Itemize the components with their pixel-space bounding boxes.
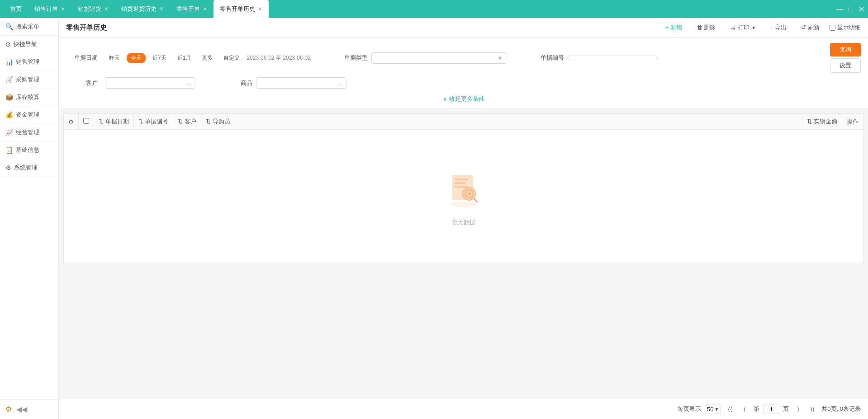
collapse-row[interactable]: ∧ 收起更多条件 (66, 93, 861, 103)
tab-sales-order-close[interactable]: ✕ (61, 6, 65, 12)
col-amount-sort-icon[interactable]: ⇅ (807, 118, 812, 125)
last-page-button[interactable]: ⟩⟩ (807, 404, 818, 414)
table-body: 暂无数据 (64, 130, 863, 263)
minimize-icon[interactable]: — (836, 5, 843, 13)
sidebar-item-operations[interactable]: 📈 经营管理 (0, 124, 58, 141)
tab-retail-open-history[interactable]: 零售开单历史 ✕ (213, 0, 269, 18)
sidebar-item-quick-nav[interactable]: ⊙ 快捷导航 (0, 36, 58, 53)
system-icon: ⚙ (5, 164, 11, 171)
settings-gear-icon[interactable]: ⚙ (5, 405, 12, 414)
maximize-icon[interactable]: □ (849, 5, 853, 13)
add-button[interactable]: + 新增 (661, 22, 687, 33)
tab-retail-open-history-close[interactable]: ✕ (258, 6, 262, 12)
sidebar-item-quick-nav-label: 快捷导航 (14, 40, 37, 48)
tab-retail-open-history-label: 零售开单历史 (220, 5, 255, 13)
search-row-2: 客户 ... 商品 ... (66, 77, 861, 89)
refresh-button[interactable]: ↺ 刷新 (797, 22, 824, 33)
empty-icon (441, 166, 486, 211)
sidebar-search[interactable]: 🔍 搜索采单 (0, 18, 58, 36)
page-size-value: 50 (707, 406, 713, 413)
add-button-label: + 新增 (665, 24, 682, 32)
sidebar-item-sales-mgmt[interactable]: 📊 销售管理 (0, 53, 58, 71)
col-salesperson-sort-icon[interactable]: ⇅ (206, 118, 211, 125)
col-checkbox[interactable] (79, 114, 94, 130)
sidebar-item-finance[interactable]: 💰 资金管理 (0, 106, 58, 124)
query-button[interactable]: 查询 (830, 43, 861, 56)
tab-sales-order[interactable]: 销售订单 ✕ (28, 0, 71, 18)
date-btn-today[interactable]: 今天 (127, 53, 146, 63)
col-number-sort-icon[interactable]: ⇅ (138, 118, 143, 125)
number-label: 单据编号 (532, 54, 564, 62)
col-customer-label: 客户 (185, 118, 196, 125)
sales-mgmt-icon: 📊 (5, 58, 13, 66)
col-amount: ⇅ 实销金额 (802, 114, 842, 130)
export-button-label: ↑ 导出 (770, 24, 787, 32)
date-btn-7days[interactable]: 近7天 (148, 53, 171, 63)
svg-point-0 (450, 202, 477, 207)
select-all-checkbox[interactable] (83, 118, 89, 124)
action-buttons: 查询 设置 (830, 43, 861, 73)
finance-icon: 💰 (5, 111, 13, 118)
tab-sales-return-history-close[interactable]: ✕ (159, 6, 164, 12)
date-btn-custom[interactable]: 自定义 (219, 53, 244, 63)
display-detail-checkbox-label[interactable]: 显示明细 (830, 24, 861, 32)
col-action: 操作 (842, 114, 863, 130)
number-filter: 单据编号 (532, 54, 658, 62)
sidebar-item-system[interactable]: ⚙ 系统管理 (0, 159, 58, 177)
svg-line-6 (474, 198, 477, 202)
sidebar-item-basic-info[interactable]: 📋 基础信息 (0, 141, 58, 159)
col-customer: ⇅ 客户 (173, 114, 201, 130)
date-btn-yesterday[interactable]: 昨天 (105, 53, 124, 63)
first-page-button[interactable]: ⟨⟨ (725, 404, 735, 414)
col-settings[interactable]: ⚙ (64, 114, 79, 130)
delete-button[interactable]: 🗑 删除 (692, 22, 721, 33)
type-select[interactable]: ▼ (371, 52, 507, 64)
number-input[interactable] (568, 56, 658, 60)
tab-bar: 首页 销售订单 ✕ 销货退货 ✕ 销货退货历史 ✕ 零售开单 ✕ 零售开单历史 … (0, 0, 868, 18)
tab-sales-return[interactable]: 销货退货 ✕ (71, 0, 115, 18)
next-page-button[interactable]: ⟩ (792, 404, 803, 414)
page-size-select[interactable]: 50 ▼ (705, 405, 721, 414)
date-range: 2023-06-02 至 2023-06-02 (247, 54, 310, 62)
export-button[interactable]: ↑ 导出 (766, 22, 791, 33)
table-header: ⚙ ⇅ 单据日期 ⇅ 单据编号 ⇅ (64, 114, 863, 130)
page-number-input[interactable] (763, 405, 779, 414)
tab-sales-return-close[interactable]: ✕ (104, 6, 109, 12)
tab-sales-return-history[interactable]: 销货退货历史 ✕ (115, 0, 170, 18)
col-date-label: 单据日期 (105, 118, 129, 125)
delete-button-label: 🗑 删除 (697, 24, 716, 32)
tab-sales-return-label: 销货退货 (78, 5, 101, 13)
col-number-label: 单据编号 (145, 118, 168, 125)
inventory-icon: 📦 (5, 94, 13, 101)
customer-label: 客户 (66, 79, 98, 87)
tab-retail-open-label: 零售开单 (176, 5, 200, 13)
collapse-label: 收起更多条件 (449, 95, 484, 103)
prev-page-button[interactable]: ⟨ (739, 404, 750, 414)
sidebar-collapse-icon[interactable]: ◀◀ (16, 405, 27, 414)
tab-home[interactable]: 首页 (4, 0, 28, 18)
empty-state: 暂无数据 (64, 130, 863, 263)
sidebar-item-purchase-mgmt[interactable]: 🛒 采购管理 (0, 71, 58, 89)
sidebar-item-operations-label: 经营管理 (16, 128, 39, 137)
tab-sales-order-label: 销售订单 (34, 5, 58, 13)
sidebar-item-finance-label: 资金管理 (16, 111, 39, 119)
goods-input[interactable]: ... (256, 77, 346, 89)
print-icon: 🖨 (730, 24, 736, 31)
close-icon[interactable]: ✕ (859, 5, 864, 14)
date-btn-1month[interactable]: 近1月 (173, 53, 195, 63)
page-label: 页 (783, 405, 789, 413)
tab-retail-open[interactable]: 零售开单 ✕ (170, 0, 213, 18)
date-btn-more[interactable]: 更多 (198, 53, 217, 63)
page-size-chevron-icon: ▼ (714, 407, 719, 412)
tab-retail-open-close[interactable]: ✕ (203, 6, 207, 12)
customer-input[interactable]: ... (105, 77, 195, 89)
col-customer-sort-icon[interactable]: ⇅ (178, 118, 183, 125)
print-button[interactable]: 🖨 打印 ▼ (726, 22, 760, 33)
sidebar-item-sales-mgmt-label: 销售管理 (16, 58, 39, 66)
settings-button[interactable]: 设置 (830, 58, 861, 73)
display-detail-checkbox[interactable] (830, 25, 835, 31)
sidebar-item-inventory[interactable]: 📦 库存核算 (0, 89, 58, 106)
col-date-sort-icon[interactable]: ⇅ (99, 118, 104, 125)
svg-rect-3 (455, 182, 466, 184)
type-label: 单据类型 (336, 54, 368, 62)
